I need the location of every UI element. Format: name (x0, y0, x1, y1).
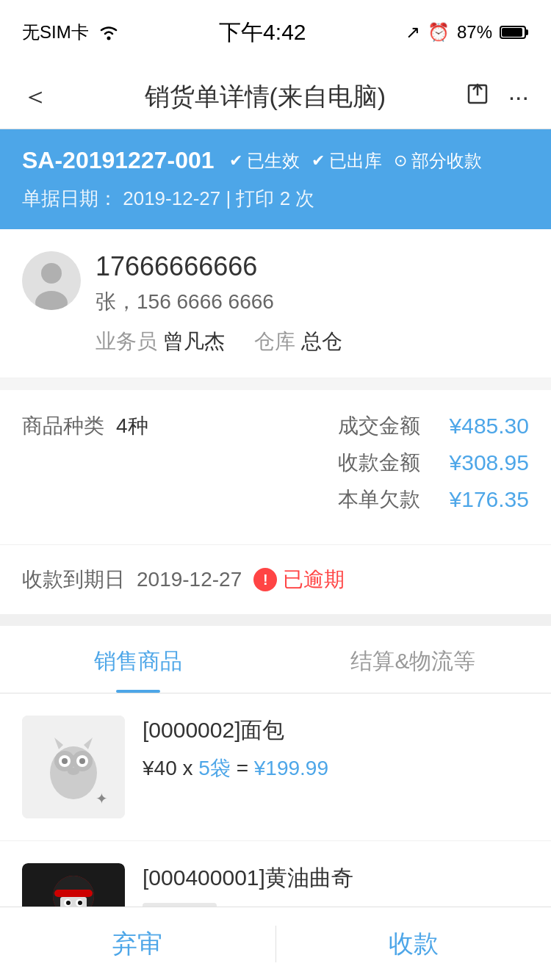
product-total-1: ¥199.99 (254, 757, 328, 779)
more-button[interactable]: ··· (508, 82, 529, 111)
amount-label: 成交金额 (338, 412, 420, 440)
salesperson-label: 业务员 (96, 328, 157, 356)
svg-rect-24 (54, 890, 93, 897)
product-name-2: [000400001]黄油曲奇 (143, 863, 529, 893)
svg-point-16 (79, 758, 85, 764)
carrier-text: 无SIM卡 (22, 21, 89, 44)
svg-rect-2 (525, 29, 528, 35)
warehouse-value: 总仓 (301, 328, 342, 356)
overdue-text: 已逾期 (283, 566, 345, 594)
amount-row: 成交金额 ¥485.30 (338, 412, 529, 440)
share-button[interactable] (464, 81, 491, 113)
order-date: 单据日期： 2019-12-27 | 打印 2 次 (22, 186, 529, 212)
order-header: SA-20191227-001 ✔ 已生效 ✔ 已出库 ⊙ 部分收款 单据日期：… (0, 129, 551, 229)
received-value: ¥308.95 (450, 450, 529, 475)
status-badge-partial: ⊙ 部分收款 (394, 149, 482, 173)
amount-value: ¥485.30 (450, 414, 529, 439)
svg-point-0 (107, 37, 110, 40)
svg-rect-3 (502, 28, 522, 37)
nav-actions: ··· (464, 81, 529, 113)
due-section: 收款到期日 2019-12-27 ! 已逾期 (0, 545, 551, 626)
location-icon: ↗ (406, 22, 420, 43)
avatar (22, 251, 81, 310)
svg-text:✦: ✦ (96, 790, 108, 807)
overdue-badge: ! 已逾期 (253, 566, 345, 594)
category-row: 商品种类 4种 (22, 412, 148, 440)
overdue-dot-icon: ! (253, 568, 277, 591)
check-icon-1: ✔ (229, 151, 242, 170)
status-left: 无SIM卡 (22, 21, 120, 44)
due-date: 2019-12-27 (137, 568, 242, 591)
customer-info: 17666666666 张，156 6666 6666 业务员 曾凡杰 仓库 总… (96, 251, 529, 356)
salesperson-value: 曾凡杰 (163, 328, 225, 356)
tabs: 销售商品 结算&物流等 (0, 626, 551, 693)
avatar-icon (22, 251, 81, 310)
svg-point-29 (78, 901, 82, 905)
tab-sales-products[interactable]: 销售商品 (0, 626, 276, 693)
debt-label: 本单欠款 (338, 486, 420, 514)
debt-value: ¥176.35 (450, 487, 529, 512)
summary-section: 商品种类 4种 成交金额 ¥485.30 收款金额 ¥308.95 本单欠款 ¥… (0, 390, 551, 545)
warehouse-info: 仓库 总仓 (254, 328, 342, 356)
status-time: 下午4:42 (219, 18, 306, 48)
alarm-icon: ⏰ (428, 22, 450, 43)
svg-point-15 (62, 758, 68, 764)
received-label: 收款金额 (338, 449, 420, 477)
product-qty-1: 5袋 (198, 757, 231, 779)
salesperson-info: 业务员 曾凡杰 (96, 328, 225, 356)
category-count: 4种 (116, 412, 148, 440)
svg-point-28 (66, 901, 71, 905)
order-number: SA-20191227-001 (22, 147, 215, 174)
due-label: 收款到期日 (22, 566, 125, 594)
svg-point-17 (68, 768, 79, 775)
customer-name: 17666666666 (96, 251, 529, 282)
received-row: 收款金额 ¥308.95 (338, 449, 529, 477)
customer-meta: 业务员 曾凡杰 仓库 总仓 (96, 328, 529, 356)
battery-text: 87% (457, 22, 492, 43)
status-badges: ✔ 已生效 ✔ 已出库 ⊙ 部分收款 (229, 149, 482, 173)
collect-button[interactable]: 收款 (276, 912, 552, 976)
tab-settlement[interactable]: 结算&物流等 (276, 626, 551, 693)
product-thumb-1: ✦ (22, 716, 125, 818)
status-bar: 无SIM卡 下午4:42 ↗ ⏰ 87% (0, 0, 551, 65)
product-price-1: ¥40 x 5袋 = ¥199.99 (143, 754, 529, 782)
summary-right: 成交金额 ¥485.30 收款金额 ¥308.95 本单欠款 ¥176.35 (338, 412, 529, 522)
customer-section: 17666666666 张，156 6666 6666 业务员 曾凡杰 仓库 总… (0, 229, 551, 378)
cancel-button[interactable]: 弃审 (0, 912, 276, 976)
check-icon-2: ✔ (311, 151, 325, 170)
list-item: ✦ [0000002]面包 ¥40 x 5袋 = ¥199.99 (0, 693, 551, 841)
wifi-icon (98, 24, 120, 40)
nav-bar: ＜ 销货单详情(来自电脑) ··· (0, 65, 551, 129)
warehouse-label: 仓库 (254, 328, 295, 356)
status-badge-shipped: ✔ 已出库 (311, 149, 382, 173)
svg-point-7 (41, 263, 62, 284)
bread-thumb: ✦ (22, 716, 125, 818)
product-name-1: [0000002]面包 (143, 716, 529, 746)
bottom-bar: 弃审 收款 (0, 907, 551, 980)
page-title: 销货单详情(来自电脑) (145, 80, 386, 114)
back-button[interactable]: ＜ (22, 79, 66, 115)
status-right: ↗ ⏰ 87% (406, 22, 529, 43)
debt-row: 本单欠款 ¥176.35 (338, 486, 529, 514)
status-badge-effective: ✔ 已生效 (229, 149, 300, 173)
category-label: 商品种类 (22, 412, 104, 440)
battery-icon (500, 24, 529, 40)
customer-phone: 张，156 6666 6666 (96, 288, 529, 316)
summary-left: 商品种类 4种 (22, 412, 148, 522)
clock-icon: ⊙ (394, 151, 407, 170)
product-info-1: [0000002]面包 ¥40 x 5袋 = ¥199.99 (143, 716, 529, 782)
